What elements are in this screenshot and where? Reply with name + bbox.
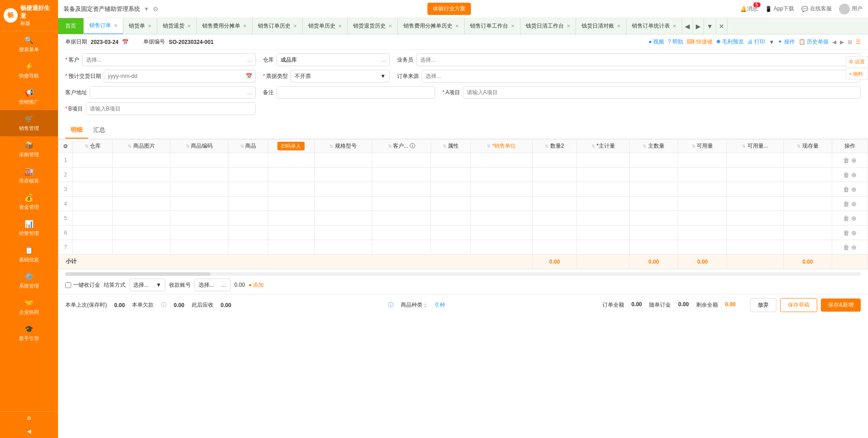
col-main-qty[interactable]: ⇅ 主数量 — [629, 140, 678, 153]
row-5-code[interactable] — [170, 211, 228, 226]
tab-next-btn[interactable]: ▶ — [693, 18, 704, 34]
row-6-main-unit[interactable] — [577, 226, 629, 240]
save-draft-button[interactable]: 保存草稿 — [780, 298, 817, 312]
row-5-attribute[interactable] — [431, 211, 471, 226]
tab-sales-order[interactable]: 销售订单 ✕ — [84, 18, 123, 34]
online-service-link[interactable]: 💬 在线客服 — [801, 5, 832, 13]
row-7-qty2[interactable] — [532, 240, 577, 255]
col-product[interactable]: ⇅ 商品 — [228, 140, 268, 153]
col-attribute[interactable]: ⇅ 属性 — [431, 140, 471, 153]
tab-sales-order-workbench-close[interactable]: ✕ — [511, 24, 514, 29]
sidebar-item-inventory[interactable]: 🏭 库存核算 — [0, 163, 58, 189]
row-7-copy-icon[interactable]: ⊕ — [851, 244, 857, 251]
row-4-delete-icon[interactable]: 🗑 — [843, 200, 849, 207]
order-source-input[interactable] — [422, 70, 860, 82]
row-5-warehouse[interactable] — [73, 211, 113, 226]
print-link[interactable]: 🖨 打印 — [747, 38, 765, 46]
row-2-product[interactable] — [228, 168, 268, 182]
row-6-sales-unit[interactable] — [471, 226, 533, 240]
tab-sales-stats[interactable]: 销售订单统计表 ✕ — [626, 18, 682, 34]
col-warehouse[interactable]: ⇅ 仓库 — [73, 140, 113, 153]
scroll-thumb[interactable] — [65, 272, 210, 276]
tab-sales-order-close[interactable]: ✕ — [114, 23, 117, 28]
add-material-button[interactable]: + 物料 — [846, 68, 868, 80]
row-2-qty2[interactable] — [532, 168, 577, 182]
row-4-main-qty[interactable] — [629, 197, 678, 211]
row-2-copy-icon[interactable]: ⊕ — [851, 171, 857, 178]
row-3-sales-unit[interactable] — [471, 182, 533, 197]
warehouse-dots-btn[interactable]: … — [378, 57, 389, 63]
col-settings[interactable]: ⚙ — [58, 140, 73, 153]
tab-close-all-btn[interactable]: ✕ — [716, 18, 727, 34]
row-3-spec[interactable] — [314, 182, 372, 197]
tab-cash-reconcile-close[interactable]: ✕ — [617, 24, 621, 29]
sidebar-settings-btn[interactable]: ⚙ — [0, 412, 58, 425]
row-4-attribute[interactable] — [431, 197, 471, 211]
goods-count-value[interactable]: 0 种 — [435, 301, 445, 309]
col-image[interactable]: ⇅ 商品图片 — [112, 140, 170, 153]
row-6-code[interactable] — [170, 226, 228, 240]
one-click-payment-checkbox[interactable] — [65, 282, 71, 288]
row-1-copy-icon[interactable]: ⊕ — [851, 157, 857, 164]
row-3-code[interactable] — [170, 182, 228, 197]
help-link[interactable]: ? 帮助 — [668, 38, 683, 46]
row-1-attribute[interactable] — [431, 153, 471, 168]
row-3-customer-code[interactable] — [372, 182, 431, 197]
row-7-code[interactable] — [170, 240, 228, 255]
tab-sales-order-workbench[interactable]: 销售订单工作台 ✕ — [465, 18, 520, 34]
row-7-main-qty[interactable] — [629, 240, 678, 255]
row-7-customer-code[interactable] — [372, 240, 431, 255]
invoice-type-select[interactable]: 不开票 ▼ — [291, 70, 390, 82]
col-stock[interactable]: ⇅ 现存量 — [783, 140, 832, 153]
salesperson-input[interactable] — [417, 54, 849, 66]
settings-icon[interactable]: ⚙ — [153, 5, 159, 13]
row-3-qty2[interactable] — [532, 182, 577, 197]
row-6-copy-icon[interactable]: ⊕ — [851, 229, 857, 236]
user-avatar[interactable]: 用户 — [839, 4, 863, 14]
tab-cash-daily-workbench[interactable]: 钱货日清工作台 ✕ — [520, 18, 576, 34]
app-download-link[interactable]: 📱 App下载 — [765, 5, 794, 13]
row-6-main-qty[interactable] — [629, 226, 678, 240]
sidebar-item-basic[interactable]: 📋 基础信息 — [0, 241, 58, 268]
settings-side-button[interactable]: ⚙ 设置 — [846, 56, 868, 67]
row-5-spec[interactable] — [314, 211, 372, 226]
grid-view-btn[interactable]: ⊞ — [848, 39, 852, 45]
history-prev-btn[interactable]: ◀ — [832, 39, 836, 45]
row-7-product[interactable] — [228, 240, 268, 255]
history-link[interactable]: 📋 历史单据 — [799, 38, 829, 46]
list-view-btn[interactable]: ☰ — [856, 39, 861, 45]
row-2-code[interactable] — [170, 168, 228, 182]
row-3-attribute[interactable] — [431, 182, 471, 197]
row-2-delete-icon[interactable]: 🗑 — [843, 171, 849, 178]
row-4-sales-unit[interactable] — [471, 197, 533, 211]
row-4-code[interactable] — [170, 197, 228, 211]
col-code[interactable]: ⇅ 商品编码 — [170, 140, 228, 153]
tab-detail[interactable]: 明细 — [65, 122, 88, 139]
tab-prev-btn[interactable]: ◀ — [682, 18, 693, 34]
row-1-qty2[interactable] — [532, 153, 577, 168]
row-1-main-unit[interactable] — [577, 153, 629, 168]
discard-button[interactable]: 放弃 — [750, 298, 776, 312]
row-7-spec[interactable] — [314, 240, 372, 255]
customer-addr-input[interactable] — [90, 87, 244, 98]
col-available[interactable]: ⇅ 可用量 — [678, 140, 727, 153]
row-7-warehouse[interactable] — [73, 240, 113, 255]
dropdown-arrow-icon[interactable]: ▼ — [144, 6, 149, 12]
row-5-main-unit[interactable] — [577, 211, 629, 226]
tab-cash-reconcile[interactable]: 钱货日清对账 ✕ — [576, 18, 626, 34]
sidebar-item-finance[interactable]: 💰 资金管理 — [0, 189, 58, 215]
row-6-spec[interactable] — [314, 226, 372, 240]
row-6-customer-code[interactable] — [372, 226, 431, 240]
row-5-customer-code[interactable] — [372, 211, 431, 226]
operations-link[interactable]: ✦ 操作 — [778, 38, 795, 46]
settlement-select[interactable]: 选择... ▼ — [129, 279, 165, 291]
sidebar-item-sales[interactable]: 🛒 销售管理 — [0, 110, 58, 136]
scan-button[interactable]: 扫码录入 — [277, 142, 305, 150]
receipt-account-select[interactable]: 选择... … — [194, 279, 231, 291]
row-4-product[interactable] — [228, 197, 268, 211]
row-7-main-unit[interactable] — [577, 240, 629, 255]
col-spec[interactable]: ⇅ 规格型号 — [314, 140, 372, 153]
tab-sales-return-close[interactable]: ✕ — [148, 24, 151, 29]
row-1-warehouse[interactable] — [73, 153, 113, 168]
row-5-product[interactable] — [228, 211, 268, 226]
